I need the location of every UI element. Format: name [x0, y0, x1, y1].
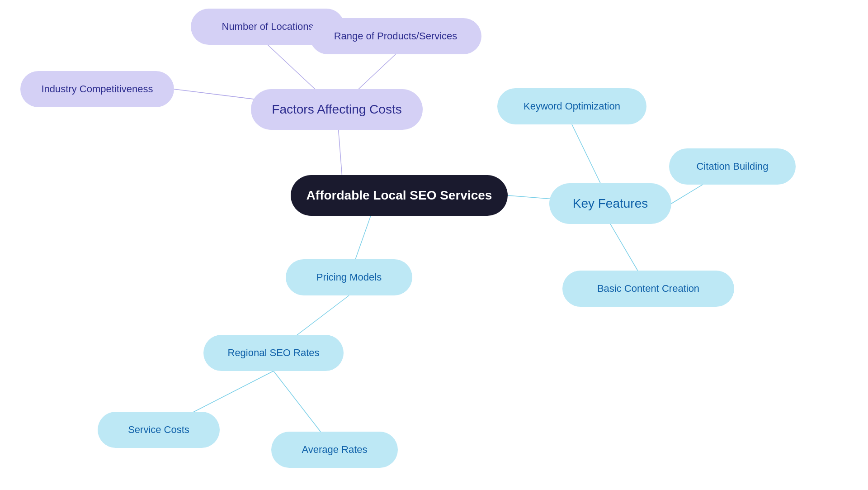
factors-node: Factors Affecting Costs: [251, 89, 423, 130]
center-label: Affordable Local SEO Services: [307, 188, 492, 203]
keyword-opt-label: Keyword Optimization: [524, 100, 620, 112]
service-costs-node: Service Costs: [98, 412, 220, 448]
range-products-label: Range of Products/Services: [334, 30, 458, 42]
service-costs-label: Service Costs: [128, 424, 189, 436]
key-features-node: Key Features: [549, 183, 671, 224]
range-products-node: Range of Products/Services: [310, 18, 481, 54]
key-features-label: Key Features: [573, 196, 648, 211]
citation-label: Citation Building: [697, 161, 769, 172]
regional-seo-node: Regional SEO Rates: [203, 335, 344, 371]
average-rates-label: Average Rates: [302, 444, 367, 456]
factors-label: Factors Affecting Costs: [272, 102, 401, 117]
average-rates-node: Average Rates: [271, 432, 398, 468]
number-locations-label: Number of Locations: [222, 21, 314, 33]
industry-node: Industry Competitiveness: [20, 71, 174, 107]
pricing-models-node: Pricing Models: [286, 259, 412, 295]
pricing-models-label: Pricing Models: [316, 271, 382, 283]
citation-node: Citation Building: [669, 148, 796, 185]
basic-content-label: Basic Content Creation: [597, 283, 699, 295]
basic-content-node: Basic Content Creation: [562, 271, 734, 307]
regional-seo-label: Regional SEO Rates: [228, 347, 320, 359]
industry-label: Industry Competitiveness: [42, 83, 153, 95]
center-node: Affordable Local SEO Services: [291, 175, 508, 216]
keyword-opt-node: Keyword Optimization: [497, 88, 646, 124]
